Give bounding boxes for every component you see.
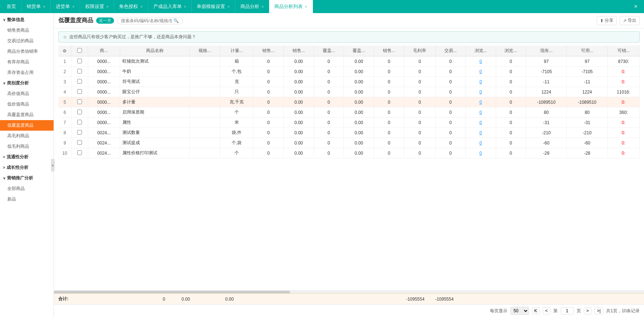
row-checkbox[interactable] <box>71 118 88 128</box>
prev-page-button[interactable]: < <box>543 307 550 314</box>
page-number-input[interactable] <box>561 307 574 314</box>
window-close-button[interactable]: × <box>631 3 641 10</box>
sidebar-item-traded-goods[interactable]: 交易过的商品 <box>0 36 54 46</box>
sidebar-group-overall[interactable]: ∨ 整体信息 <box>0 15 54 25</box>
select-all-checkbox[interactable] <box>77 48 82 53</box>
row-view1[interactable]: 0 <box>466 118 496 128</box>
row-checkbox[interactable] <box>71 77 88 87</box>
next-page-button[interactable]: > <box>584 307 592 314</box>
share-button[interactable]: ⬆ 分享 <box>597 16 617 25</box>
sidebar-group-marketing[interactable]: ∨ 营销推广分析 <box>0 173 54 183</box>
settings-icon[interactable]: ⚙ <box>63 48 67 54</box>
code-column-header[interactable]: 商... <box>88 45 120 56</box>
sidebar-item-low-value[interactable]: 低价值商品 <box>0 99 54 110</box>
cover1-column-header[interactable]: 覆盖... <box>314 45 344 56</box>
current-column-header[interactable]: 现有... <box>526 45 567 56</box>
row-spec <box>190 77 220 87</box>
row-checkbox[interactable] <box>71 87 88 97</box>
row-checkbox[interactable] <box>71 128 88 138</box>
close-icon[interactable]: × <box>140 4 142 9</box>
sidebar-item-in-stock[interactable]: 有库存商品 <box>0 57 54 67</box>
row-available: -11 <box>567 77 608 87</box>
row-current: -1089510 <box>526 97 567 107</box>
sidebar-item-high-gross[interactable]: 高毛利商品 <box>0 131 54 141</box>
horizontal-scrollbar[interactable] <box>54 290 644 293</box>
nav-permission-settings[interactable]: 权限设置 × <box>80 0 114 13</box>
row-seq: 10 <box>58 148 71 158</box>
saleable-column-header[interactable]: 可销... <box>608 45 640 56</box>
sidebar-item-sales-goods[interactable]: 销售类商品 <box>0 25 54 36</box>
sidebar-item-stock-fund[interactable]: 库存资金占用 <box>0 67 54 78</box>
row-checkbox[interactable] <box>71 107 88 118</box>
nav-product-inbound[interactable]: 产成品入库单 × <box>148 0 192 13</box>
row-view1[interactable]: 0 <box>466 107 496 118</box>
table-container[interactable]: ⚙ 商... 商品名称 规格... 计量... 销售... 销售... 覆盖..… <box>58 45 640 290</box>
sales2-column-header[interactable]: 销售... <box>283 45 314 56</box>
view2-column-header[interactable]: 浏览... <box>496 45 526 56</box>
cover2-column-header[interactable]: 覆盖... <box>344 45 374 56</box>
row-cover1: 0 <box>314 148 344 158</box>
sidebar-item-new-goods[interactable]: 新品 <box>0 194 54 205</box>
row-checkbox[interactable] <box>71 56 88 67</box>
close-icon[interactable]: × <box>184 4 186 9</box>
row-view1[interactable]: 0 <box>466 148 496 158</box>
row-view1[interactable]: 0 <box>466 67 496 77</box>
available-column-header[interactable]: 可用... <box>567 45 608 56</box>
row-code: 0000... <box>88 56 120 67</box>
close-icon[interactable]: × <box>305 4 307 9</box>
settings-column-header[interactable]: ⚙ <box>58 45 71 56</box>
row-checkbox[interactable] <box>71 67 88 77</box>
sales1-column-header[interactable]: 销售... <box>254 45 284 56</box>
nav-product-analysis-list[interactable]: 商品分析列表 × <box>269 0 313 13</box>
row-checkbox[interactable] <box>71 138 88 148</box>
close-icon[interactable]: × <box>106 4 109 9</box>
trade-column-header[interactable]: 交易... <box>436 45 466 56</box>
sidebar-item-high-value[interactable]: 高价值商品 <box>0 88 54 99</box>
sidebar-collapse-button[interactable]: « <box>51 159 55 171</box>
row-code: 0024... <box>88 148 120 158</box>
row-view1[interactable]: 0 <box>466 128 496 138</box>
last-page-button[interactable]: >| <box>594 307 603 314</box>
row-view1[interactable]: 0 <box>466 138 496 148</box>
row-checkbox[interactable] <box>71 97 88 107</box>
sidebar-group-circulation[interactable]: > 流通性分析 <box>0 152 54 162</box>
sales3-column-header[interactable]: 销售... <box>374 45 404 56</box>
row-view1[interactable]: 0 <box>466 56 496 67</box>
sidebar-group-growth[interactable]: > 成长性分析 <box>0 162 54 173</box>
sidebar-item-low-gross[interactable]: 低毛利商品 <box>0 141 54 152</box>
row-checkbox[interactable] <box>71 148 88 158</box>
name-column-header[interactable]: 商品名称 <box>120 45 190 56</box>
checkbox-column-header[interactable] <box>71 45 88 56</box>
search-box[interactable]: 🔍 <box>117 17 183 24</box>
sidebar-item-category-rate[interactable]: 商品分类动销率 <box>0 46 54 57</box>
nav-purchase-order[interactable]: 进货单 × <box>51 0 80 13</box>
time-range-badge[interactable]: 近一月 <box>96 17 114 24</box>
nav-sales-order[interactable]: 销货单 × <box>21 0 51 13</box>
search-input[interactable] <box>121 18 172 23</box>
row-view1[interactable]: 0 <box>466 97 496 107</box>
page-size-select[interactable]: 50 100 200 <box>510 307 529 315</box>
table-row: 2 0000... 牛奶 个,包 0 0.00 0 0.00 0 0 0 0 0… <box>58 67 640 77</box>
nav-home[interactable]: 首页 <box>3 0 21 13</box>
close-icon[interactable]: × <box>43 4 45 9</box>
spec-column-header[interactable]: 规格... <box>190 45 220 56</box>
sidebar-item-low-coverage[interactable]: 低覆盖度商品 <box>0 120 54 131</box>
row-view2: 0 <box>496 56 526 67</box>
nav-role-auth[interactable]: 角色授权 × <box>114 0 148 13</box>
nav-template-settings[interactable]: 单据模板设置 × <box>192 0 235 13</box>
row-view1[interactable]: 0 <box>466 77 496 87</box>
unit-column-header[interactable]: 计量... <box>220 45 254 56</box>
gross-column-header[interactable]: 毛利率 <box>404 45 435 56</box>
view1-column-header[interactable]: 浏览... <box>466 45 496 56</box>
close-icon[interactable]: × <box>262 4 264 9</box>
close-icon[interactable]: × <box>227 4 229 9</box>
search-icon[interactable]: 🔍 <box>173 18 179 23</box>
close-icon[interactable]: × <box>72 4 74 9</box>
nav-product-analysis[interactable]: 商品分析 × <box>235 0 269 13</box>
first-page-button[interactable]: K <box>532 307 540 314</box>
row-view1[interactable]: 0 <box>466 87 496 97</box>
sidebar-item-high-coverage[interactable]: 高覆盖度商品 <box>0 110 54 120</box>
export-button[interactable]: ↗ 导出 <box>620 16 640 25</box>
sidebar-group-category[interactable]: ∨ 类别度分析 <box>0 78 54 88</box>
sidebar-item-all-goods[interactable]: 全部商品 <box>0 183 54 194</box>
